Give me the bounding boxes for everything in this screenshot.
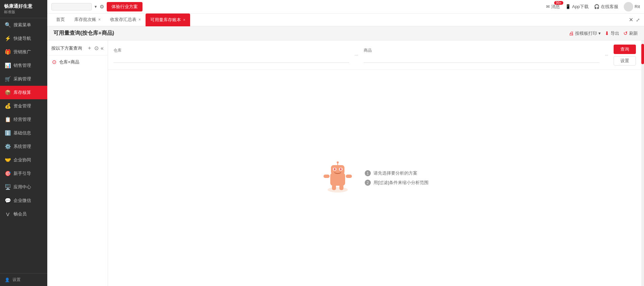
tabs-bar: 首页 库存批次账 × 收发存汇总表 × 可用量库存账本 × ✕ ⤢ (47, 14, 644, 26)
refresh-action[interactable]: ↺ 刷新 (623, 30, 638, 36)
goods-more-btn[interactable]: ··· (605, 53, 608, 57)
sidebar-item-label: 快捷导航 (14, 35, 31, 42)
sidebar-item-guide[interactable]: 🎯 新手引导 (0, 167, 47, 180)
tab-close-icon[interactable]: × (183, 18, 185, 22)
tip-num-2: 2 (365, 180, 371, 186)
svg-rect-1 (330, 173, 345, 186)
collapse-filter-icon[interactable]: « (101, 45, 104, 51)
sidebar-bottom: 👤 设置 (0, 273, 47, 286)
filter-item-warehouse-goods[interactable]: ⊙ 仓库+商品 (47, 55, 108, 69)
headset-icon: 🎧 (594, 4, 599, 9)
refresh-icon: ↺ (623, 30, 628, 36)
filter-item-label: 仓库+商品 (59, 59, 79, 65)
target-icon: 🎯 (5, 171, 11, 177)
cart-icon: 🛒 (5, 76, 11, 82)
settings-button[interactable]: 设置 (614, 56, 636, 66)
sidebar-item-label: 资金管理 (14, 103, 31, 109)
warehouse-label: 仓库 (113, 48, 349, 53)
sidebar-item-label: 应用中心 (14, 184, 31, 190)
clipboard-icon: 📋 (5, 116, 11, 123)
user-avatar-item[interactable]: Rit (624, 2, 640, 11)
content-area: 按以下方案查询 ＋ ⊙ « ⊙ 仓库+商品 仓库 ··· (47, 41, 644, 286)
search-input[interactable] (51, 3, 92, 10)
search-icon: 🔍 (5, 22, 11, 28)
tip-num-1: 1 (365, 170, 371, 176)
warehouse-more-btn[interactable]: ··· (355, 53, 358, 57)
sidebar-item-inventory[interactable]: 📦 库存核算 (0, 86, 47, 99)
user-name: Rit (635, 4, 640, 9)
print-label: 按模板打印 (575, 30, 597, 36)
sidebar-item-finance[interactable]: 💰 资金管理 (0, 99, 47, 113)
right-scrollbar[interactable] (641, 41, 644, 286)
query-button[interactable]: 查询 (614, 45, 636, 54)
svg-rect-10 (339, 185, 343, 190)
message-item[interactable]: ✉ 消息 99+ (546, 4, 560, 10)
sidebar-item-label: 搜索菜单 (14, 22, 31, 28)
export-label: 导出 (611, 30, 619, 36)
chat-icon: 💬 (5, 198, 11, 204)
monitor-icon: 🖥️ (5, 184, 11, 190)
print-dropdown-icon[interactable]: ▾ (598, 31, 601, 36)
tab-batch-account[interactable]: 库存批次账 × (70, 14, 105, 26)
sidebar-item-basic[interactable]: ℹ️ 基础信息 (0, 126, 47, 140)
sidebar-item-label: 系统管理 (14, 144, 31, 150)
settings-gear-icon[interactable]: ⚙ (100, 4, 104, 10)
tab-close-icon[interactable]: × (138, 17, 141, 22)
dropdown-icon[interactable]: ▾ (95, 4, 97, 9)
refresh-label: 刷新 (629, 30, 638, 36)
expand-icon[interactable]: ⤢ (636, 17, 640, 23)
sidebar-item-wechat[interactable]: 💬 企业微信 (0, 194, 47, 207)
sidebar-item-collab[interactable]: 🤝 企业协同 (0, 153, 47, 167)
sidebar-item-sales[interactable]: 📊 销售管理 (0, 59, 47, 72)
sidebar-item-label: 基础信息 (14, 130, 31, 136)
scrollbar-thumb[interactable] (641, 44, 644, 64)
sidebar-item-member[interactable]: V 畅会员 (0, 207, 47, 221)
sidebar-item-marketing[interactable]: 🎁 营销推广 (0, 45, 47, 59)
sidebar-item-label: 采购管理 (14, 76, 31, 82)
sidebar-item-system[interactable]: ⚙️ 系统管理 (0, 140, 47, 153)
sidebar-item-shortcut[interactable]: ⚡ 快捷导航 (0, 32, 47, 45)
app-download-label: App下载 (572, 4, 589, 10)
sidebar-item-label: 经营管理 (14, 116, 31, 123)
filter-panel: 按以下方案查询 ＋ ⊙ « ⊙ 仓库+商品 (47, 41, 108, 286)
sidebar-item-operations[interactable]: 📋 经营管理 (0, 113, 47, 126)
tab-available-qty[interactable]: 可用量库存账本 × (146, 14, 190, 26)
warehouse-input[interactable] (113, 55, 349, 63)
handshake-icon: 🤝 (5, 157, 11, 163)
add-filter-icon[interactable]: ＋ (87, 45, 92, 52)
sidebar-bottom-label: 设置 (12, 277, 21, 283)
sidebar-item-apps[interactable]: 🖥️ 应用中心 (0, 180, 47, 194)
gift-icon: 🎁 (5, 49, 11, 55)
chart-icon: 📊 (5, 62, 11, 69)
tab-home[interactable]: 首页 (51, 14, 70, 26)
gear-icon: ⚙️ (5, 144, 11, 150)
phone-icon: 📱 (565, 4, 571, 9)
app-title: 畅康通好生意 (4, 3, 43, 9)
trial-button[interactable]: 体验行业方案 (107, 2, 143, 11)
close-all-tabs-icon[interactable]: ✕ (629, 17, 633, 23)
tab-summary[interactable]: 收发存汇总表 × (105, 14, 146, 26)
empty-tips: 1 请先选择要分析的方案 2 用[过滤]条件来缩小分析范围 (365, 170, 429, 186)
sidebar-bottom-icon: 👤 (5, 278, 10, 282)
query-buttons: 查询 设置 (614, 45, 636, 66)
query-bar: 仓库 ··· 商品 ··· 查询 设置 (108, 41, 641, 70)
online-service-item[interactable]: 🎧 在线客服 (594, 4, 618, 10)
export-icon: ⬇ (605, 30, 609, 36)
goods-input[interactable] (364, 55, 599, 63)
goods-field: 商品 (364, 48, 599, 63)
print-action[interactable]: 🖨 按模板打印 ▾ (569, 30, 601, 36)
export-action[interactable]: ⬇ 导出 (605, 30, 619, 36)
page-header: 可用量查询(按仓库+商品) 🖨 按模板打印 ▾ ⬇ 导出 ↺ 刷新 (47, 26, 644, 41)
app-download-item[interactable]: 📱 App下载 (565, 4, 589, 10)
tip-text-2: 用[过滤]条件来缩小分析范围 (373, 180, 429, 186)
filter-panel-title: 按以下方案查询 (51, 45, 82, 51)
empty-tip-2: 2 用[过滤]条件来缩小分析范围 (365, 180, 429, 186)
sidebar-item-search[interactable]: 🔍 搜索菜单 (0, 18, 47, 32)
sidebar-item-purchase[interactable]: 🛒 采购管理 (0, 72, 47, 86)
svg-point-5 (334, 168, 336, 170)
topbar: ▾ ⚙ 体验行业方案 ✉ 消息 99+ 📱 App下载 🎧 在线客服 Rit (47, 0, 644, 14)
tab-close-icon[interactable]: × (98, 17, 101, 22)
page-actions: 🖨 按模板打印 ▾ ⬇ 导出 ↺ 刷新 (569, 30, 638, 36)
settings-filter-icon[interactable]: ⊙ (94, 45, 99, 51)
sidebar-item-label: 新手引导 (14, 171, 31, 177)
